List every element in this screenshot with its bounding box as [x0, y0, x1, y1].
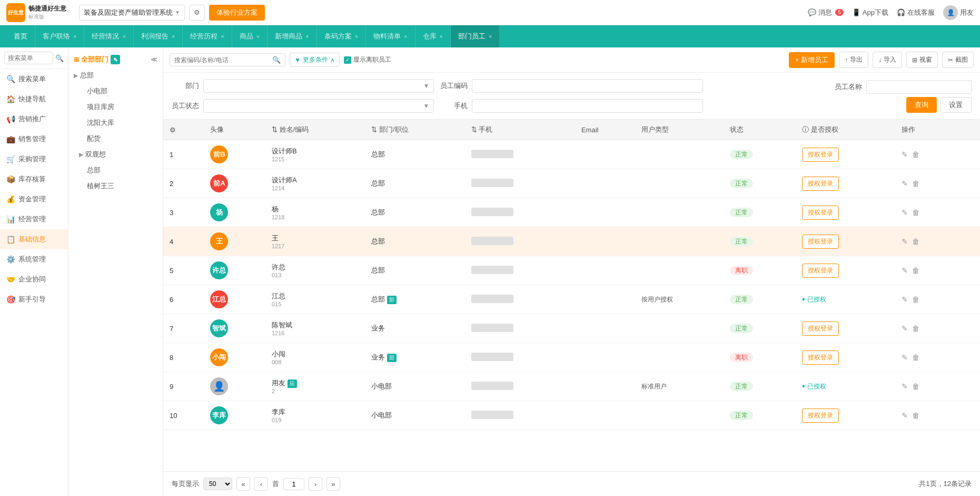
export-button[interactable]: ↑ 导出	[839, 52, 868, 68]
nav-tab-close-icon[interactable]: ×	[404, 33, 407, 40]
app-download-button[interactable]: 📱 App下载	[852, 8, 888, 17]
last-page-button[interactable]: »	[326, 477, 340, 491]
nav-tab-close-icon[interactable]: ×	[355, 33, 358, 40]
edit-button[interactable]: ✎	[902, 150, 908, 159]
delete-button[interactable]: 🗑	[912, 411, 919, 420]
nav-tab-close-icon[interactable]: ×	[73, 33, 76, 40]
more-filter-button[interactable]: ▼ 更多条件 ∧	[290, 53, 340, 67]
dept-edit-icon[interactable]: ✎	[111, 55, 120, 64]
sidebar-item-采购管理[interactable]: 🛒采购管理	[0, 149, 68, 169]
dept-tree-item-总部[interactable]: ▶总部	[68, 67, 163, 83]
sidebar-item-企业协同[interactable]: 🤝企业协同	[0, 269, 68, 289]
nav-tab-close-icon[interactable]: ×	[221, 33, 224, 40]
auth-login-button[interactable]: 授权登录	[802, 409, 839, 423]
sidebar-search-input[interactable]	[4, 52, 53, 64]
delete-button[interactable]: 🗑	[912, 266, 919, 275]
auth-login-button[interactable]: 授权登录	[802, 235, 839, 249]
edit-button[interactable]: ✎	[902, 237, 908, 246]
view-button[interactable]: ⊞ 视窗	[906, 52, 938, 68]
prev-page-button[interactable]: ‹	[254, 477, 268, 491]
nav-tab-close-icon[interactable]: ×	[440, 33, 443, 40]
next-page-button[interactable]: ›	[309, 477, 322, 491]
col-dept[interactable]: ⇅ 部门/职位	[365, 120, 464, 140]
first-page-button[interactable]: «	[236, 477, 250, 491]
delete-button[interactable]: 🗑	[912, 237, 919, 246]
settings-button[interactable]: ⚙	[189, 5, 205, 21]
dept-collapse-button[interactable]: ≪	[151, 56, 157, 63]
sidebar-item-快捷导航[interactable]: 🏠快捷导航	[0, 89, 68, 109]
edit-button[interactable]: ✎	[902, 353, 908, 362]
dept-tree-item-小电部[interactable]: 小电部	[68, 83, 163, 99]
nav-tab-条码方案[interactable]: 条码方案×	[317, 25, 366, 47]
dept-tree-item-沈阳大库[interactable]: 沈阳大库	[68, 115, 163, 131]
edit-button[interactable]: ✎	[902, 411, 908, 420]
col-settings[interactable]: ⚙	[163, 120, 204, 140]
nav-tab-部门员工[interactable]: 部门员工×	[451, 25, 500, 47]
nav-tab-仓库[interactable]: 仓库×	[415, 25, 451, 47]
sidebar-item-搜索菜单[interactable]: 🔍搜索菜单	[0, 69, 68, 89]
auth-login-button[interactable]: 授权登录	[802, 206, 839, 220]
nav-tab-物料清单[interactable]: 物料清单×	[366, 25, 415, 47]
nav-tab-商品[interactable]: 商品×	[232, 25, 268, 47]
sidebar-item-销售管理[interactable]: 💼销售管理	[0, 129, 68, 149]
delete-button[interactable]: 🗑	[912, 353, 919, 362]
sidebar-item-资金管理[interactable]: 💰资金管理	[0, 189, 68, 209]
import-button[interactable]: ↓ 导入	[873, 52, 902, 68]
sidebar-item-库存核算[interactable]: 📦库存核算	[0, 169, 68, 189]
emp-status-select[interactable]: ▼	[203, 99, 434, 113]
auth-login-button[interactable]: 授权登录	[802, 148, 839, 162]
page-size-select[interactable]: 50 20 100	[203, 478, 232, 490]
emp-code-input[interactable]	[472, 79, 702, 93]
nav-tab-经营历程[interactable]: 经营历程×	[183, 25, 232, 47]
trial-button[interactable]: 体验行业方案	[209, 5, 265, 21]
nav-tab-close-icon[interactable]: ×	[256, 33, 260, 40]
nav-tab-close-icon[interactable]: ×	[489, 33, 492, 40]
edit-button[interactable]: ✎	[902, 295, 908, 304]
dept-tree-item-总部[interactable]: 总部	[68, 162, 163, 178]
delete-button[interactable]: 🗑	[912, 382, 919, 391]
system-title[interactable]: 装备及固定资产辅助管理系统 ▼	[79, 5, 185, 21]
nav-tab-close-icon[interactable]: ×	[172, 33, 175, 40]
nav-tab-新增商品[interactable]: 新增商品×	[268, 25, 316, 47]
edit-button[interactable]: ✎	[902, 179, 908, 188]
delete-button[interactable]: 🗑	[912, 295, 919, 304]
sidebar-item-新手引导[interactable]: 🎯新手引导	[0, 289, 68, 309]
sidebar-item-经营管理[interactable]: 📊经营管理	[0, 209, 68, 229]
nav-tab-close-icon[interactable]: ×	[305, 33, 309, 40]
sidebar-item-系统管理[interactable]: ⚙️系统管理	[0, 249, 68, 269]
delete-button[interactable]: 🗑	[912, 208, 919, 217]
message-button[interactable]: 💬 消息 5	[808, 8, 844, 17]
search-button[interactable]: 查询	[906, 97, 937, 113]
online-service-button[interactable]: 🎧 在线客服	[897, 8, 935, 17]
auth-login-button[interactable]: 授权登录	[802, 322, 839, 336]
edit-button[interactable]: ✎	[902, 324, 908, 333]
nav-tab-客户联络[interactable]: 客户联络×	[35, 25, 84, 47]
edit-button[interactable]: ✎	[902, 208, 908, 217]
dept-tree-item-植树王三[interactable]: 植树王三	[68, 178, 163, 194]
screenshot-button[interactable]: ✂ 截图	[942, 52, 974, 68]
nav-tab-首页[interactable]: 首页	[6, 25, 35, 47]
employee-search-input[interactable]	[174, 56, 270, 64]
dept-tree-item-项目库房[interactable]: 项目库房	[68, 99, 163, 115]
nav-tab-经营情况[interactable]: 经营情况×	[84, 25, 133, 47]
sidebar-item-基础信息[interactable]: 📋基础信息	[0, 229, 68, 249]
page-number-input[interactable]	[283, 478, 304, 490]
emp-name-input[interactable]	[866, 80, 972, 94]
dept-tree-item-配货[interactable]: 配货	[68, 131, 163, 147]
col-phone[interactable]: ⇅ 手机	[465, 120, 575, 140]
show-archived-toggle[interactable]: ✓ 显示离职员工	[344, 55, 391, 64]
user-avatar-button[interactable]: 👤 用友	[943, 5, 974, 20]
auth-login-button[interactable]: 授权登录	[802, 177, 839, 191]
dept-filter-select[interactable]: ▼	[203, 79, 434, 93]
col-name[interactable]: ⇅ 姓名/编码	[265, 120, 365, 140]
edit-button[interactable]: ✎	[902, 382, 908, 391]
auth-login-button[interactable]: 授权登录	[802, 264, 839, 278]
dept-tree-item-双鹿想[interactable]: ▶双鹿想	[68, 147, 163, 162]
set-button[interactable]: 设置	[940, 97, 972, 113]
delete-button[interactable]: 🗑	[912, 179, 919, 188]
auth-login-button[interactable]: 授权登录	[802, 351, 839, 365]
add-employee-button[interactable]: + 新增员工	[789, 52, 835, 68]
sidebar-item-营销推广[interactable]: 📢营销推广	[0, 109, 68, 129]
phone-input[interactable]	[472, 99, 702, 113]
nav-tab-close-icon[interactable]: ×	[122, 33, 125, 40]
